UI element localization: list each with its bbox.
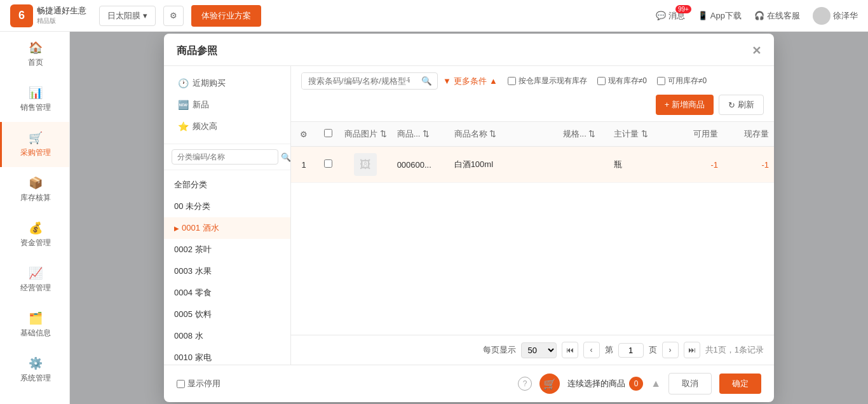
sidebar-item-basic-info[interactable]: 🗂️ 基础信息	[0, 302, 69, 347]
refresh-label: 刷新	[738, 99, 754, 111]
cell-unit: 瓶	[609, 147, 660, 183]
sidebar-item-purchase[interactable]: 🛒 采购管理	[0, 122, 69, 167]
sidebar-item-finance[interactable]: 💰 资金管理	[0, 212, 69, 257]
cell-spec	[558, 147, 609, 183]
sidebar-item-sales[interactable]: 📊 销售管理	[0, 77, 69, 122]
th-image[interactable]: 商品图片 ⇅	[339, 122, 392, 147]
page-number-input[interactable]	[618, 343, 644, 358]
th-stock[interactable]: 现存量	[723, 122, 774, 147]
th-code-label: 商品...	[397, 129, 421, 138]
checkbox-current-stock[interactable]: 现有库存≠0	[597, 76, 647, 86]
sidebar-label-business: 经营管理	[20, 283, 51, 293]
th-unit[interactable]: 主计量 ⇅	[609, 122, 660, 147]
product-search-button[interactable]: 🔍	[416, 73, 437, 89]
cell-stock: -1	[723, 147, 774, 183]
add-product-button[interactable]: + 新增商品	[656, 95, 714, 115]
first-page-button[interactable]: ⏮	[562, 342, 578, 358]
chevron-down-icon: ▾	[143, 11, 147, 20]
th-spec[interactable]: 规格... ⇅	[558, 122, 609, 147]
business-icon: 📈	[29, 266, 43, 280]
sidebar-item-system[interactable]: ⚙️ 系统管理	[0, 347, 69, 393]
quick-item-new-label: 新品	[193, 99, 209, 111]
cat-item-water[interactable]: 0008 水	[164, 325, 290, 347]
sidebar-label-basic-info: 基础信息	[20, 328, 51, 339]
row-checkbox[interactable]	[324, 159, 332, 168]
cat-item-uncategorized[interactable]: 00 未分类	[164, 196, 290, 217]
select-all-checkbox[interactable]	[324, 129, 332, 137]
cancel-button[interactable]: 取消	[668, 373, 712, 394]
quick-item-new[interactable]: 🆕 新品	[170, 94, 284, 116]
sidebar-item-business[interactable]: 📈 经营管理	[0, 257, 69, 302]
filter-icon: ▼	[443, 76, 451, 86]
product-image: 🖼	[354, 153, 377, 176]
quick-item-frequent[interactable]: ⭐ 频次高	[170, 116, 284, 137]
cat-item-water-label: 0008 水	[174, 331, 203, 340]
messages-badge: 99+	[675, 5, 691, 13]
toolbar-right: + 新增商品 ↻ 刷新	[656, 95, 764, 115]
chevron-up-icon: ▲	[489, 76, 498, 86]
modal-close-button[interactable]: ✕	[752, 44, 761, 58]
cat-item-uncategorized-label: 00 未分类	[174, 201, 210, 211]
show-disabled-checkbox[interactable]	[177, 380, 185, 388]
sidebar-label-system: 系统管理	[20, 373, 51, 384]
cat-item-drink[interactable]: 0005 饮料	[164, 304, 290, 325]
cell-check[interactable]	[316, 147, 339, 183]
filter-button[interactable]: ▼ 更多条件 ▲	[443, 76, 498, 87]
sidebar-item-home[interactable]: 🏠 首页	[0, 32, 69, 77]
th-check[interactable]	[316, 122, 339, 147]
product-toolbar: 🔍 ▼ 更多条件 ▲ 按仓库显示现有库存	[291, 66, 774, 122]
product-search-input[interactable]	[302, 73, 416, 89]
next-page-button[interactable]: ›	[662, 342, 679, 358]
sidebar-item-collab[interactable]: 🤝 企业协同	[0, 393, 69, 404]
sidebar: 🏠 首页 📊 销售管理 🛒 采购管理 📦 库存核算 💰 资金管理 📈 经营管理 …	[0, 32, 70, 404]
cat-item-appliance-label: 0010 家电	[174, 353, 212, 362]
help-button[interactable]: ?	[518, 377, 532, 391]
online-service-label: 在线客服	[767, 10, 800, 22]
cat-item-tea[interactable]: 0002 茶叶	[164, 239, 290, 260]
avatar	[813, 7, 831, 25]
cat-item-all[interactable]: 全部分类	[164, 174, 290, 196]
quick-access-section: 🕐 近期购买 🆕 新品 ⭐ 频次高	[164, 66, 290, 144]
show-disabled-label[interactable]: 显示停用	[177, 378, 220, 389]
search-icon[interactable]: 🔍	[281, 152, 291, 162]
online-service-nav-item[interactable]: 🎧 在线客服	[754, 10, 800, 22]
refresh-button[interactable]: ↻ 刷新	[719, 95, 764, 115]
app-download-nav-item[interactable]: 📱 App下载	[698, 10, 742, 22]
th-settings[interactable]: ⚙	[291, 122, 316, 147]
messages-nav-item[interactable]: 💬 消息 99+	[656, 10, 685, 22]
user-nav-item[interactable]: 徐泽华	[813, 7, 858, 25]
confirm-button[interactable]: 确定	[719, 374, 761, 394]
checkbox-available-stock[interactable]: 可用库存≠0	[657, 76, 707, 86]
cat-item-liquor[interactable]: ▶ 0001 酒水	[164, 217, 290, 239]
prev-page-button[interactable]: ‹	[583, 342, 600, 358]
th-code[interactable]: 商品... ⇅	[392, 122, 449, 147]
basic-info-icon: 🗂️	[29, 311, 43, 325]
store-dropdown[interactable]: 日太阳膜 ▾	[99, 6, 156, 26]
trial-button[interactable]: 体验行业方案	[191, 5, 261, 27]
right-panel: 🔍 ▼ 更多条件 ▲ 按仓库显示现有库存	[291, 66, 774, 365]
checkbox-warehouse-input[interactable]	[508, 77, 516, 85]
cat-item-snack[interactable]: 0004 零食	[164, 282, 290, 304]
cell-img: 🖼	[339, 147, 392, 183]
cart-button[interactable]: 🛒	[539, 374, 560, 394]
page-size-select[interactable]: 50 10 20 100	[521, 342, 557, 358]
cat-item-drink-label: 0005 饮料	[174, 309, 212, 319]
th-available[interactable]: 可用量	[660, 122, 723, 147]
last-page-button[interactable]: ⏭	[684, 342, 700, 358]
table-row[interactable]: 1 🖼 000600... 白酒100ml	[291, 147, 774, 183]
modal-header: 商品参照 ✕	[164, 34, 774, 66]
collapse-footer-button[interactable]: ▲	[651, 378, 661, 389]
quick-item-recent[interactable]: 🕐 近期购买	[170, 72, 284, 94]
cat-item-fruit[interactable]: 0003 水果	[164, 260, 290, 282]
settings-icon[interactable]: ⚙	[163, 6, 184, 26]
th-unit-sort-icon: ⇅	[641, 129, 648, 138]
th-name[interactable]: 商品名称 ⇅	[449, 122, 558, 147]
checkbox-available-stock-input[interactable]	[657, 77, 665, 85]
checkbox-current-stock-input[interactable]	[597, 77, 606, 85]
system-icon: ⚙️	[29, 356, 43, 370]
cat-item-appliance[interactable]: 0010 家电	[164, 347, 290, 365]
category-search-input[interactable]	[172, 149, 278, 165]
sidebar-item-inventory[interactable]: 📦 库存核算	[0, 167, 69, 212]
checkbox-warehouse[interactable]: 按仓库显示现有库存	[508, 76, 587, 86]
home-icon: 🏠	[29, 41, 43, 55]
